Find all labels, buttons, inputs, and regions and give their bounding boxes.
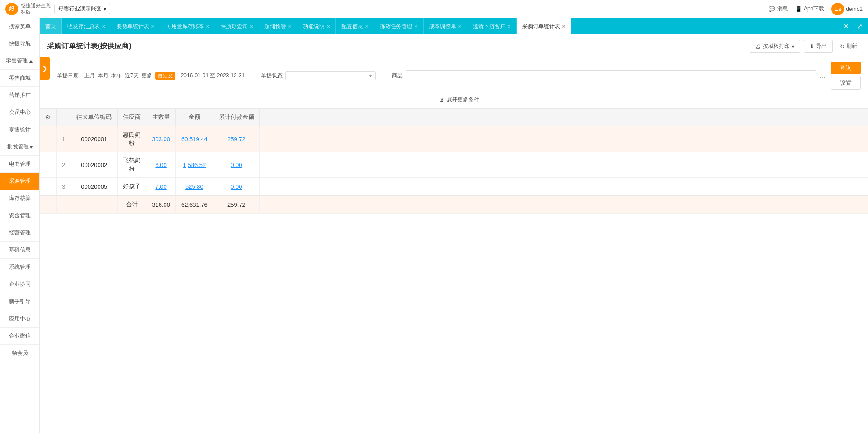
td-main-qty[interactable]: 6.00 (146, 152, 176, 178)
message-action[interactable]: 💬 消息 (769, 5, 788, 13)
tab-invite-downstream[interactable]: 邀请下游客户 ✕ (467, 18, 517, 34)
user-area[interactable]: Ea demo2 (831, 3, 863, 15)
td-supplier: 惠氏奶粉 (118, 126, 146, 152)
footer-amount: 62,631.76 (176, 195, 213, 214)
td-spacer (259, 126, 868, 152)
tab-close-icon[interactable]: ✕ (326, 24, 330, 29)
footer-total-label: 合计 (118, 195, 146, 214)
td-amount[interactable]: 525.80 (176, 178, 213, 196)
td-paid-amount[interactable]: 259.72 (213, 126, 259, 152)
tab-maximize-button[interactable]: ⤢ (854, 20, 866, 33)
td-amount[interactable]: 1,586.52 (176, 152, 213, 178)
tab-receive-send[interactable]: 收发存汇总表 ✕ (62, 18, 111, 34)
tab-close-icon[interactable]: ✕ (414, 24, 418, 29)
sidebar-item-batch-mgmt[interactable]: 批发管理 ▾ (0, 138, 39, 156)
settings-button[interactable]: 设置 (831, 76, 861, 90)
tab-function-guide[interactable]: 功能说明 ✕ (297, 18, 336, 34)
tab-config[interactable]: 配置信息 ✕ (336, 18, 374, 34)
expand-button[interactable]: ⊻ 展开更多条件 (439, 96, 479, 104)
expand-icon: ▾ (30, 144, 33, 150)
sidebar-item-marketing[interactable]: 营销推广 (0, 87, 39, 104)
sidebar-item-label: 库存核算 (2, 195, 38, 202)
query-button[interactable]: 查询 (831, 62, 861, 74)
td-main-qty[interactable]: 303.00 (146, 126, 176, 152)
sidebar-item-enterprise[interactable]: 企业协同 (0, 276, 39, 293)
sidebar-item-label: 零售管理 (6, 57, 28, 65)
sidebar-item-label: 新手引导 (2, 298, 38, 305)
shortcut-this-month[interactable]: 本月 (98, 72, 108, 80)
custom-date-badge[interactable]: 自定义 (155, 72, 175, 80)
sidebar-item-search[interactable]: 搜索英单 (0, 18, 39, 35)
sidebar-item-vip[interactable]: 畅会员 (0, 345, 39, 362)
sidebar: 搜索英单 快捷导航 零售管理 ▲ 零售商城 营销推广 会员中心 零售统计 批发管… (0, 18, 40, 433)
tab-pick-task[interactable]: 拣货任务管理 ✕ (374, 18, 424, 34)
table-footer-row: 合计 316.00 62,631.76 259.72 (40, 195, 868, 214)
td-paid-amount[interactable]: 0.00 (213, 152, 259, 178)
phone-icon: 📱 (795, 6, 802, 12)
tab-close-icon[interactable]: ✕ (151, 24, 155, 29)
td-spacer (259, 178, 868, 196)
td-main-qty[interactable]: 7.00 (146, 178, 176, 196)
sidebar-item-purchase-mgmt[interactable]: 采购管理 (0, 173, 39, 190)
sidebar-item-ops-mgmt[interactable]: 经营管理 (0, 224, 39, 242)
sidebar-item-label: 零售商城 (2, 74, 38, 82)
sidebar-item-sys-mgmt[interactable]: 系统管理 (0, 259, 39, 276)
footer-label (71, 195, 118, 214)
expand-icon: ▲ (28, 58, 34, 64)
sidebar-item-member-center[interactable]: 会员中心 (0, 104, 39, 121)
tab-inventory-ledger[interactable]: 可用量库存账本 ✕ (160, 18, 215, 34)
sidebar-item-finance[interactable]: 资金管理 (0, 207, 39, 224)
sidebar-item-inventory[interactable]: 库存核算 (0, 190, 39, 207)
export-button[interactable]: ⬇ 导出 (804, 40, 833, 53)
status-select[interactable]: ▾ (285, 71, 376, 80)
shortcut-more[interactable]: 更多 (142, 72, 152, 80)
page-title: 采购订单统计表(按供应商) (47, 42, 132, 51)
tab-close-icon[interactable]: ✕ (458, 24, 462, 29)
tab-close-icon[interactable]: ✕ (507, 24, 511, 29)
tab-close-icon[interactable]: ✕ (250, 24, 253, 29)
tab-close-icon[interactable]: ✕ (206, 24, 209, 29)
sidebar-item-retail-stats[interactable]: 零售统计 (0, 121, 39, 138)
print-icon: 🖨 (755, 43, 761, 50)
th-settings: ⚙ (40, 109, 57, 126)
sidebar-item-ecom-mgmt[interactable]: 电商管理 (0, 156, 39, 173)
td-amount[interactable]: 60,519.44 (176, 126, 213, 152)
tab-label: 采购订单统计表 (522, 23, 560, 30)
table-row: 1 00020001 惠氏奶粉 303.00 60,519.44 259.72 (40, 126, 868, 152)
sidebar-item-basic-info[interactable]: 基础信息 (0, 242, 39, 259)
goods-more-icon[interactable]: … (819, 72, 826, 79)
tab-close-icon[interactable]: ✕ (562, 24, 566, 29)
sidebar-item-wechat[interactable]: 企业微信 (0, 328, 39, 345)
tab-close-icon[interactable]: ✕ (102, 24, 105, 29)
date-shortcuts: 上月 本月 本年 近7天 更多 自定义 (84, 72, 175, 80)
shortcut-prev-month[interactable]: 上月 (84, 72, 95, 80)
td-paid-amount[interactable]: 0.00 (213, 178, 259, 196)
app-download-action[interactable]: 📱 App下载 (795, 5, 824, 13)
goods-input[interactable] (406, 70, 816, 81)
tab-close-icon[interactable]: ✕ (365, 24, 368, 29)
sidebar-item-retail-mall[interactable]: 零售商城 (0, 70, 39, 87)
shortcut-7days[interactable]: 近7天 (125, 72, 139, 80)
tab-overstock[interactable]: 超储预警 ✕ (259, 18, 297, 34)
filter-toggle-button[interactable]: ❯ (40, 57, 50, 80)
workspace-selector[interactable]: 母婴行业演示账套 ▾ (54, 4, 110, 14)
td-unit-code: 00020005 (71, 178, 118, 196)
tab-label: 拣货任务管理 (380, 23, 412, 30)
tab-close-icon[interactable]: ✕ (288, 24, 292, 29)
tab-expiry-query[interactable]: 保质期查询 ✕ (215, 18, 259, 34)
tab-cost-adjust[interactable]: 成本调整单 ✕ (424, 18, 467, 34)
print-button[interactable]: 🖨 按模板打印 ▾ (750, 40, 800, 53)
username: demo2 (846, 6, 863, 12)
sidebar-item-app-center[interactable]: 应用中心 (0, 310, 39, 328)
th-index (57, 109, 71, 126)
sidebar-item-quick-nav[interactable]: 快捷导航 (0, 35, 39, 52)
shortcut-this-year[interactable]: 本年 (111, 72, 122, 80)
tab-label: 邀请下游客户 (473, 23, 505, 30)
sidebar-item-retail-mgmt[interactable]: 零售管理 ▲ (0, 52, 39, 70)
tab-order-stats[interactable]: 要货单统计表 ✕ (111, 18, 160, 34)
tab-purchase-order-stats[interactable]: 采购订单统计表 ✕ (517, 18, 571, 34)
refresh-button[interactable]: ↻ 刷新 (836, 40, 861, 52)
tab-home[interactable]: 首页 (40, 18, 62, 34)
tab-close-button[interactable]: ✕ (840, 20, 853, 33)
sidebar-item-new-guide[interactable]: 新手引导 (0, 293, 39, 310)
